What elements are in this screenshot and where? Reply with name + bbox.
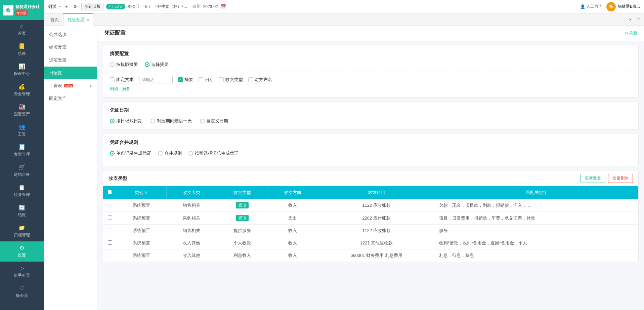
- row-keywords: 收到*借款，收到*备用金，退回*备用金，个人: [435, 237, 638, 249]
- batch-delete-button[interactable]: 批量删除: [608, 174, 633, 183]
- sidebar-item-member[interactable]: ♡ 畅会员: [0, 282, 44, 302]
- summary-radio-template[interactable]: 按模版摘要: [110, 62, 138, 68]
- table-body: 系统预置 销售相关 置顶 收入 1122 应收账款 欠款，现金，项目款，到款，报…: [103, 199, 638, 262]
- sidebar-item-home[interactable]: ⌂ 首页: [0, 20, 44, 40]
- settle-icon: 🔄: [18, 204, 25, 211]
- summary-radio-group: 按模版摘要 选择摘要: [110, 62, 632, 68]
- table-row: 系统预置 采购相关 置顶 支出 2202 应付账款 项目，日常费用，报销款，车费…: [103, 212, 638, 225]
- left-nav-journal[interactable]: 日记账: [44, 67, 97, 79]
- left-nav-purchase-inv[interactable]: 进项发票: [44, 54, 97, 67]
- sidebar-item-label: 总账: [18, 51, 26, 56]
- th-checkbox[interactable]: [103, 186, 117, 199]
- sidebar-item-purchase[interactable]: 🛒 进销台账: [0, 161, 44, 181]
- logo-icon: 会: [3, 5, 13, 15]
- sidebar-item-payroll[interactable]: 👥 工资: [0, 120, 44, 141]
- sidebar-item-ledger[interactable]: 📒 总账: [0, 40, 44, 60]
- refresh-button[interactable]: ↻ 刷新: [625, 30, 637, 36]
- checkbox-date[interactable]: 日期: [199, 77, 214, 83]
- row-checkbox[interactable]: [108, 216, 112, 220]
- main-area: 测试 ▾ + ⚙ 切到旧版 ✓ 已认证 好会计（专） +好生意（标）+... 账…: [44, 0, 644, 310]
- row-major-type: 收入其他: [166, 237, 217, 249]
- sidebar-item-invoice[interactable]: 🧾 发票管理: [0, 141, 44, 161]
- row-checkbox[interactable]: [108, 203, 112, 207]
- row-checkbox[interactable]: [108, 240, 112, 245]
- row-checkbox-cell[interactable]: [103, 225, 117, 237]
- logo-sub: 专业版: [15, 10, 28, 16]
- sidebar-item-guide[interactable]: ▷ 新手引导: [0, 262, 44, 282]
- add-button[interactable]: +: [64, 3, 69, 10]
- avatar-text: 畅: [609, 4, 613, 9]
- date-radio-journal[interactable]: 按日记账日期: [110, 118, 142, 124]
- table-row: 系统预置 收入其他 利息收入 收入 660301 财务费用 利息费用 利息，行息…: [103, 249, 638, 262]
- sidebar-item-funds[interactable]: 💰 资金管理: [0, 80, 44, 100]
- fixed-text-input[interactable]: [139, 76, 173, 83]
- th-direction: 收支方向: [267, 186, 318, 199]
- row-checkbox-cell[interactable]: [103, 212, 117, 225]
- settings-gear-button[interactable]: ⚙: [72, 3, 79, 10]
- row-checkbox-cell[interactable]: [103, 199, 117, 212]
- pin-tag-button[interactable]: 置顶: [236, 202, 249, 208]
- radio-circle-custom: [200, 119, 205, 123]
- close-window-button[interactable]: ×: [628, 16, 633, 23]
- row-type: 置顶: [217, 199, 267, 212]
- row-major-type: 收入其他: [166, 249, 217, 262]
- topbar: 测试 ▾ + ⚙ 切到旧版 ✓ 已认证 好会计（专） +好生意（标）+... 账…: [44, 0, 644, 13]
- summary-radio-select[interactable]: 选择摘要: [145, 62, 169, 68]
- merge-radio-rules[interactable]: 合并规则: [158, 150, 182, 156]
- merge-radio-single[interactable]: 单条记录生成凭证: [110, 150, 151, 156]
- sidebar-item-tax[interactable]: 📋 税务管理: [0, 181, 44, 201]
- funds-icon: 💰: [18, 83, 25, 90]
- row-keywords: 利息，行息，孳息: [435, 249, 638, 262]
- date-radio-custom[interactable]: 自定义日期: [200, 118, 228, 124]
- checkbox-income-type[interactable]: 收支类型: [219, 77, 243, 83]
- left-nav-payroll-table[interactable]: 工资表 NEW ▾: [44, 79, 97, 92]
- tabs-bar: 首页 凭证配置 × × □: [44, 13, 644, 26]
- merge-radio-summary[interactable]: 按照选择汇总生成凭证: [188, 150, 239, 156]
- left-nav-fixed-asset[interactable]: 固定资产: [44, 92, 97, 105]
- old-version-button[interactable]: 切到旧版: [81, 3, 103, 10]
- payroll-icon: 👥: [18, 124, 25, 130]
- date-radio-last-day[interactable]: 对应期间最后一天: [151, 118, 192, 124]
- checkbox-summary[interactable]: ✓ 摘要: [178, 77, 193, 83]
- sidebar-item-settings[interactable]: ⚙ 设置: [0, 241, 44, 262]
- income-expense-section: 收支类型 更新数量 批量删除: [103, 170, 639, 262]
- date-radio-group: 按日记账日期 对应期间最后一天 自定义日期: [110, 118, 632, 124]
- checkbox-income-type-label: 收支类型: [225, 77, 243, 83]
- left-nav-purchase-inv-label: 进项发票: [49, 57, 67, 63]
- update-count-button[interactable]: 更新数量: [581, 174, 605, 183]
- row-checkbox-cell[interactable]: [103, 249, 117, 262]
- merge-radio-rules-label: 合并规则: [164, 150, 182, 156]
- select-all-checkbox[interactable]: [108, 190, 112, 194]
- sidebar-item-label: 工资: [18, 131, 26, 137]
- row-checkbox-cell[interactable]: [103, 237, 117, 249]
- help-button[interactable]: 👤 人工咨询: [580, 4, 602, 9]
- radio-circle-summary: [188, 151, 193, 156]
- sidebar-item-reports[interactable]: 📊 报表中心: [0, 60, 44, 80]
- row-checkbox[interactable]: [108, 228, 112, 232]
- tab-close-icon[interactable]: ×: [87, 18, 89, 22]
- reports-icon: 📊: [18, 63, 25, 70]
- left-nav-public[interactable]: 公共选项: [44, 28, 97, 41]
- checkbox-fixed-text[interactable]: 固定文本: [110, 77, 134, 83]
- pin-tag-button[interactable]: 置顶: [236, 215, 249, 221]
- maximize-window-button[interactable]: □: [636, 16, 641, 23]
- calendar-icon[interactable]: 📅: [221, 4, 226, 9]
- checkbox-counterpart-name-label: 对方户名: [255, 77, 272, 83]
- row-checkbox[interactable]: [108, 253, 112, 257]
- th-direction-label: 收支方向: [284, 190, 301, 195]
- checkbox-counterpart-name[interactable]: 对方户名: [248, 77, 272, 83]
- sidebar-item-settle[interactable]: 🔄 结账: [0, 201, 44, 221]
- sidebar-item-assets[interactable]: 🏭 固定资产: [0, 100, 44, 120]
- table-buttons: 更新数量 批量删除: [581, 174, 633, 183]
- user-menu[interactable]: 畅 畅捷通B班...: [606, 2, 640, 11]
- tab-home[interactable]: 首页: [46, 13, 63, 26]
- summary-checkbox-row: 固定文本 ✓ 摘要 日期 收支类型: [110, 76, 632, 83]
- th-category[interactable]: 类别 ∨: [117, 186, 166, 199]
- date-radio-last-day-label: 对应期间最后一天: [157, 118, 192, 124]
- left-nav-sales[interactable]: 销项发票: [44, 41, 97, 54]
- sidebar-item-archive[interactable]: 📁 归档管理: [0, 221, 44, 241]
- sidebar-item-label: 首页: [18, 31, 26, 36]
- tab-voucher-config[interactable]: 凭证配置 ×: [63, 13, 93, 26]
- company-chevron-icon[interactable]: ▾: [59, 4, 61, 9]
- summary-radio-template-label: 按模版摘要: [116, 62, 138, 68]
